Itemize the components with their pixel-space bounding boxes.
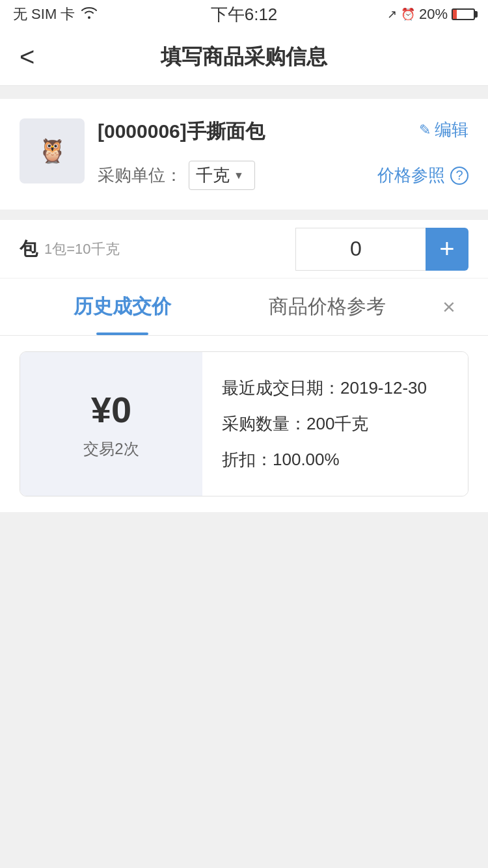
recent-date-value: 2019-12-30 [340, 378, 427, 398]
price-value: ¥0 [91, 388, 131, 431]
history-card: ¥0 交易2次 最近成交日期：2019-12-30 采购数量：200千克 折扣：… [20, 351, 468, 496]
page-title: 填写商品采购信息 [161, 43, 327, 72]
tab-bar: 历史成交价 商品价格参考 × [0, 278, 488, 336]
unit-left: 采购单位： 千克 ▼ [98, 161, 255, 190]
card-price-summary: ¥0 交易2次 [20, 352, 202, 496]
product-details: [0000006]手撕面包 ✎ 编辑 采购单位： 千克 ▼ 价格参照 ? [98, 118, 468, 190]
quantity-label: 包 1包=10千克 [20, 237, 120, 262]
sim-text: 无 SIM 卡 [13, 5, 75, 24]
price-ref-label: 价格参照 [377, 164, 445, 187]
nav-bar: 填写商品采购信息 [0, 29, 488, 86]
quantity-row: 包 1包=10千克 + [0, 220, 488, 278]
tab-close-button[interactable]: × [429, 288, 468, 327]
quantity-control: + [295, 228, 468, 271]
trade-count: 交易2次 [83, 439, 139, 459]
unit-select-dropdown[interactable]: 千克 ▼ [189, 161, 255, 190]
card-details: 最近成交日期：2019-12-30 采购数量：200千克 折扣：100.00% [202, 352, 468, 496]
purchase-unit-row: 采购单位： 千克 ▼ 价格参照 ? [98, 161, 468, 190]
quantity-input[interactable] [295, 228, 426, 271]
tab-history-price[interactable]: 历史成交价 [20, 278, 224, 335]
product-logo-icon: 🦉 [38, 137, 67, 165]
unit-prefix-label: 采购单位： [98, 164, 182, 187]
price-ref-info-icon: ? [450, 167, 468, 185]
edit-icon: ✎ [419, 122, 431, 139]
status-time: 下午6:12 [211, 3, 278, 26]
quantity-unit-badge: 包 [20, 237, 38, 262]
recent-date-label: 最近成交日期： [222, 378, 340, 398]
history-section: ¥0 交易2次 最近成交日期：2019-12-30 采购数量：200千克 折扣：… [0, 336, 488, 512]
alarm-icon: ⏰ [401, 7, 415, 21]
discount-value: 100.00% [273, 450, 340, 469]
status-right: ↗ ⏰ 20% [387, 6, 475, 23]
product-image: 🦉 [20, 118, 85, 183]
status-bar: 无 SIM 卡 下午6:12 ↗ ⏰ 20% [0, 0, 488, 29]
tab-price-reference[interactable]: 商品价格参考 [224, 278, 429, 335]
tab-price-ref-label: 商品价格参考 [269, 293, 386, 320]
back-button[interactable] [20, 42, 34, 72]
purchase-qty-value: 200千克 [306, 414, 368, 433]
tab-history-label: 历史成交价 [74, 293, 171, 320]
purchase-qty-row: 采购数量：200千克 [222, 411, 448, 437]
recent-date-row: 最近成交日期：2019-12-30 [222, 375, 448, 401]
wifi-icon [80, 6, 98, 23]
battery-icon [452, 8, 475, 20]
dropdown-arrow-icon: ▼ [234, 170, 244, 182]
quantity-plus-button[interactable]: + [426, 228, 468, 271]
discount-row: 折扣：100.00% [222, 447, 448, 472]
edit-label: 编辑 [435, 118, 468, 141]
price-ref-button[interactable]: 价格参照 ? [377, 164, 468, 187]
product-header: [0000006]手撕面包 ✎ 编辑 [98, 118, 468, 145]
section-divider [0, 210, 488, 220]
status-left: 无 SIM 卡 [13, 5, 98, 24]
discount-label: 折扣： [222, 450, 273, 469]
battery-percent: 20% [419, 6, 448, 23]
purchase-qty-label: 采购数量： [222, 414, 306, 433]
product-card: 🦉 [0000006]手撕面包 ✎ 编辑 采购单位： 千克 ▼ 价格参照 ? [0, 99, 488, 210]
tab-active-indicator [96, 332, 148, 335]
product-name: [0000006]手撕面包 [98, 118, 265, 145]
bottom-panel: 历史成交价 商品价格参考 × ¥0 交易2次 最近成交日期：2019-12-30… [0, 278, 488, 512]
quantity-unit-sub: 1包=10千克 [44, 239, 120, 259]
location-icon: ↗ [387, 7, 397, 21]
edit-button[interactable]: ✎ 编辑 [419, 118, 468, 141]
unit-value: 千克 [196, 164, 230, 187]
